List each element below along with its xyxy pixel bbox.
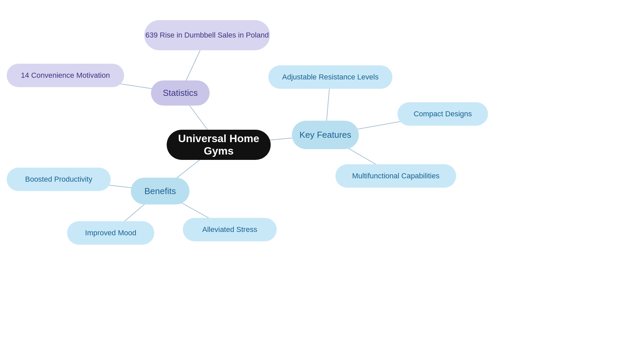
statistics-node[interactable]: Statistics <box>151 80 210 106</box>
dumbbell-sales-node[interactable]: 639 Rise in Dumbbell Sales in Poland <box>144 20 270 50</box>
alleviated-stress-node[interactable]: Alleviated Stress <box>183 218 277 241</box>
multifunctional-capabilities-node[interactable]: Multifunctional Capabilities <box>335 164 456 188</box>
compact-designs-node[interactable]: Compact Designs <box>397 102 488 126</box>
adjustable-resistance-node[interactable]: Adjustable Resistance Levels <box>268 65 392 89</box>
boosted-productivity-node[interactable]: Boosted Productivity <box>7 168 111 191</box>
key-features-node[interactable]: Key Features <box>292 121 359 149</box>
convenience-motivation-node[interactable]: 14 Convenience Motivation <box>7 64 124 87</box>
benefits-node[interactable]: Benefits <box>131 178 190 204</box>
central-node[interactable]: Universal Home Gyms <box>167 130 271 160</box>
improved-mood-node[interactable]: Improved Mood <box>67 221 154 245</box>
